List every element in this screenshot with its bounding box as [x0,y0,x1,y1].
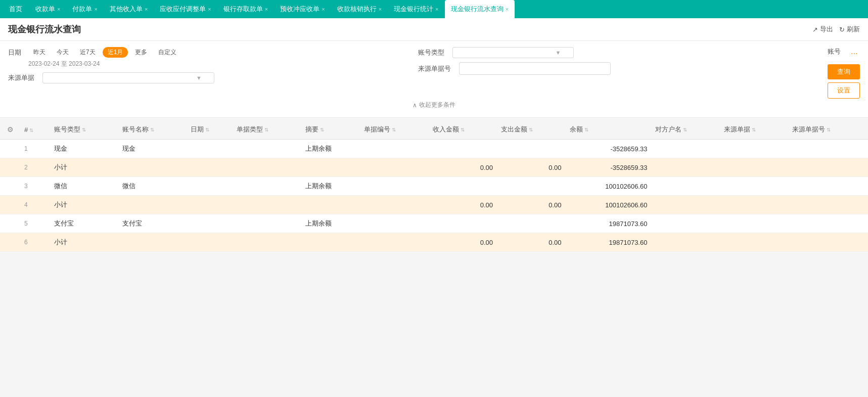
date-option-近7天[interactable]: 近7天 [76,47,100,58]
sort-icon-bill_no[interactable]: ⇅ [392,127,396,133]
date-option-近1月[interactable]: 近1月 [103,47,128,58]
nav-tab-付款单[interactable]: 付款单 × [66,0,103,18]
sort-icon-source_bill_no[interactable]: ⇅ [827,127,831,133]
nav-tab-收款核销执行[interactable]: 收款核销执行 × [331,0,388,18]
column-source_bill_no[interactable]: 来源单据号⇅ [788,120,868,140]
sort-icon-bill_type[interactable]: ⇅ [264,127,268,133]
sort-icon-source_bill[interactable]: ⇅ [752,127,756,133]
cell-account_name [118,233,187,252]
cell-account_type: 支付宝 [50,214,118,233]
cell-balance: 100102606.60 [566,177,652,196]
cell-source_bill [720,214,788,233]
nav-tab-预收冲应收单[interactable]: 预收冲应收单 × [274,0,331,18]
tab-close-icon[interactable]: × [94,6,97,12]
nav-tab-银行存取款单[interactable]: 银行存取款单 × [217,0,274,18]
date-label: 日期 [8,48,21,57]
sort-icon-account_type[interactable]: ⇅ [82,127,86,133]
nav-home[interactable]: 首页 [2,0,29,18]
column-income[interactable]: 收入金额⇅ [429,120,497,140]
date-option-昨天[interactable]: 昨天 [29,47,50,58]
row-index: 5 [20,214,50,233]
cell-source_bill_no [788,214,868,233]
sort-icon-balance[interactable]: ⇅ [584,127,588,133]
nav-tab-应收应付调整单[interactable]: 应收应付调整单 × [154,0,217,18]
nav-tabs: 收款单 ×付款单 ×其他收入单 ×应收应付调整单 ×银行存取款单 ×预收冲应收单… [29,0,515,18]
source-bill-no-input[interactable] [459,62,611,75]
date-option-今天[interactable]: 今天 [53,47,73,58]
row-index: 1 [20,140,50,158]
column-counterparty[interactable]: 对方户名⇅ [651,120,719,140]
cell-summary [301,196,360,214]
sort-icon-date[interactable]: ⇅ [205,127,209,133]
nav-tab-收款单[interactable]: 收款单 × [29,0,66,18]
table-row: 1现金现金上期余额-3528659.33 [0,140,868,158]
cell-source_bill [720,140,788,158]
refresh-button[interactable]: ↻ 刷新 [839,25,860,34]
account-dots-button[interactable]: ... [851,47,857,56]
column-account_name[interactable]: 账号名称⇅ [118,120,187,140]
cell-income [429,177,497,196]
tab-close-icon[interactable]: × [379,6,382,12]
column-bill_no[interactable]: 单据编号⇅ [360,120,428,140]
cell-account_type: 小计 [50,233,118,252]
sort-icon-index[interactable]: ⇅ [29,127,33,133]
cell-account_name [118,196,187,214]
page-title: 现金银行流水查询 [8,23,81,35]
date-range-display: 2023-02-24 至 2023-03-24 [28,60,100,67]
date-option-自定义[interactable]: 自定义 [154,47,180,58]
cell-bill_no [360,214,428,233]
nav-tab-现金银行流水查询[interactable]: 现金银行流水查询 × [445,0,515,18]
tab-close-icon[interactable]: × [435,6,438,12]
tab-close-icon[interactable]: × [145,6,148,12]
collapse-bar[interactable]: ∧ 收起更多条件 [8,99,860,111]
row-gear-cell [0,158,20,177]
row-gear-cell [0,214,20,233]
row-index: 6 [20,233,50,252]
sort-icon-counterparty[interactable]: ⇅ [683,127,687,133]
row-gear-cell [0,233,20,252]
cell-date [187,233,233,252]
sort-icon-expense[interactable]: ⇅ [529,127,533,133]
cell-date [187,140,233,158]
account-type-select[interactable]: ▼ [452,47,574,58]
column-settings[interactable]: ⚙ [0,120,20,140]
tab-close-icon[interactable]: × [322,6,325,12]
tab-close-icon[interactable]: × [506,6,509,12]
tab-close-icon[interactable]: × [265,6,268,12]
cell-account_name: 微信 [118,177,187,196]
cell-balance: 19871073.60 [566,214,652,233]
source-bill-select[interactable]: ▼ [42,72,214,83]
cell-expense [497,177,565,196]
cell-account_name [118,158,187,177]
cell-source_bill [720,233,788,252]
nav-tab-现金银行统计[interactable]: 现金银行统计 × [388,0,444,18]
date-option-更多[interactable]: 更多 [131,47,151,58]
sort-icon-account_name[interactable]: ⇅ [150,127,154,133]
row-index: 2 [20,158,50,177]
tab-close-icon[interactable]: × [57,6,60,12]
sort-icon-income[interactable]: ⇅ [461,127,465,133]
column-source_bill[interactable]: 来源单据⇅ [720,120,788,140]
column-expense[interactable]: 支出金额⇅ [497,120,565,140]
column-summary[interactable]: 摘要⇅ [301,120,360,140]
export-button[interactable]: ↗ 导出 [812,25,833,34]
sort-icon-summary[interactable]: ⇅ [320,127,324,133]
tab-close-icon[interactable]: × [208,6,211,12]
column-index[interactable]: #⇅ [20,120,50,140]
top-nav: 首页 收款单 ×付款单 ×其他收入单 ×应收应付调整单 ×银行存取款单 ×预收冲… [0,0,868,18]
cell-source_bill_no [788,177,868,196]
nav-tab-其他收入单[interactable]: 其他收入单 × [104,0,154,18]
cell-bill_no [360,140,428,158]
column-balance[interactable]: 余额⇅ [566,120,652,140]
column-date[interactable]: 日期⇅ [187,120,233,140]
filter-date-row: 日期 昨天今天近7天近1月更多自定义 [8,47,406,58]
row-gear-cell [0,177,20,196]
column-account_type[interactable]: 账号类型⇅ [50,120,118,140]
cell-bill_no [360,158,428,177]
settings-button[interactable]: 设置 [828,82,860,99]
filter-area: 日期 昨天今天近7天近1月更多自定义 2023-02-24 至 2023-03-… [0,41,868,118]
query-button[interactable]: 查询 [828,64,860,79]
column-bill_type[interactable]: 单据类型⇅ [233,120,301,140]
cell-source_bill_no [788,233,868,252]
cell-account_type: 小计 [50,158,118,177]
